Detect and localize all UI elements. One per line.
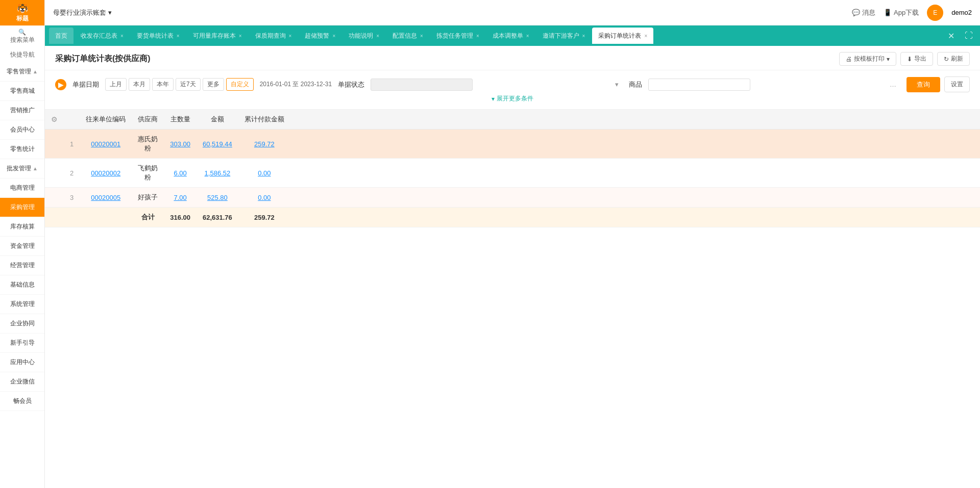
last-7days-btn[interactable]: 近7天 bbox=[176, 78, 201, 91]
expand-more-btn[interactable]: ▾ 展开更多条件 bbox=[492, 94, 533, 103]
tab-close-all-btn[interactable]: ✕ bbox=[945, 30, 958, 42]
sidebar-item-vip[interactable]: 畅会员 bbox=[0, 392, 44, 411]
tab-close-icon[interactable]: × bbox=[526, 33, 529, 39]
last-month-btn[interactable]: 上月 bbox=[105, 78, 127, 91]
date-filter-label: 单据日期 bbox=[72, 80, 99, 89]
sidebar-item-inventory[interactable]: 库存核算 bbox=[0, 217, 44, 237]
sidebar-item-retail-stats[interactable]: 零售统计 bbox=[0, 140, 44, 159]
row-paid: 259.72 bbox=[238, 130, 290, 159]
topbar: 母婴行业演示账套 ▾ 💬 消息 📱 App下载 E demo2 bbox=[45, 0, 980, 25]
tab-label: 收发存汇总表 bbox=[81, 32, 117, 40]
tab-close-icon[interactable]: × bbox=[177, 33, 180, 39]
expand-filter-btn[interactable]: ▶ bbox=[55, 79, 66, 90]
tab-close-icon[interactable]: × bbox=[332, 33, 335, 39]
settings-icon[interactable]: ⚙ bbox=[51, 115, 58, 123]
sidebar-search[interactable]: 🔍 搜索菜单 bbox=[0, 25, 44, 47]
tab-close-icon[interactable]: × bbox=[644, 33, 647, 39]
sidebar-item-label: 批发管理 bbox=[7, 165, 31, 172]
total-paid: 259.72 bbox=[238, 208, 290, 227]
sidebar-nav: 零售管理 ▲零售商城营销推广会员中心零售统计批发管理 ▲电商管理采购管理库存核算… bbox=[0, 62, 44, 411]
table-row[interactable]: 1 00020001 惠氏奶粉 303.00 60,519.44 259.72 bbox=[45, 130, 980, 159]
sidebar-item-retail-sub1[interactable]: 零售商城 bbox=[0, 82, 44, 101]
print-icon: 🖨 bbox=[846, 56, 852, 63]
row-code: 00020002 bbox=[80, 159, 132, 188]
sidebar-item-basic[interactable]: 基础信息 bbox=[0, 275, 44, 295]
sidebar-item-retail[interactable]: 零售管理 ▲ bbox=[0, 62, 44, 82]
row-qty: 7.00 bbox=[164, 188, 197, 208]
tab-home[interactable]: 首页 bbox=[49, 28, 74, 44]
tab-close-icon[interactable]: × bbox=[420, 33, 423, 39]
status-select[interactable] bbox=[371, 79, 473, 91]
tab-function-desc[interactable]: 功能说明× bbox=[342, 28, 385, 44]
tab-receive-summary[interactable]: 收发存汇总表× bbox=[75, 28, 130, 44]
app-icon: 📱 bbox=[884, 9, 892, 16]
tab-close-icon[interactable]: × bbox=[289, 33, 292, 39]
sidebar-item-member[interactable]: 会员中心 bbox=[0, 120, 44, 140]
app-download-btn[interactable]: 📱 App下载 bbox=[884, 8, 919, 17]
goods-input[interactable] bbox=[648, 79, 750, 91]
export-btn[interactable]: ⬇ 导出 bbox=[900, 52, 933, 66]
more-date-btn[interactable]: 更多 bbox=[203, 78, 224, 91]
filter-area: ▶ 单据日期 上月 本月 本年 近7天 更多 自定义 2016-01-01 至 … bbox=[45, 70, 980, 110]
filter-settings-btn[interactable]: 设置 bbox=[944, 76, 970, 92]
tab-pick-task[interactable]: 拣货任务管理× bbox=[430, 28, 485, 44]
sidebar-item-wholesale[interactable]: 批发管理 ▲ bbox=[0, 159, 44, 178]
tab-close-icon[interactable]: × bbox=[239, 33, 242, 39]
tab-shelf-life[interactable]: 保质期查询× bbox=[249, 28, 298, 44]
export-icon: ⬇ bbox=[907, 56, 912, 63]
tab-requisition-summary[interactable]: 要货单统计表× bbox=[131, 28, 186, 44]
table-row[interactable]: 3 00020005 好孩子 7.00 525.80 0.00 bbox=[45, 188, 980, 208]
this-month-btn[interactable]: 本月 bbox=[129, 78, 150, 91]
sidebar-item-purchase[interactable]: 采购管理 bbox=[0, 198, 44, 217]
expand-more-icon: ▾ bbox=[492, 95, 495, 102]
sidebar-item-ecom[interactable]: 电商管理 bbox=[0, 178, 44, 198]
sidebar-quick-nav[interactable]: 快捷导航 bbox=[0, 47, 44, 62]
row-code: 00020001 bbox=[80, 130, 132, 159]
row-amount: 1,586.52 bbox=[197, 159, 238, 188]
sidebar-item-app-center[interactable]: 应用中心 bbox=[0, 353, 44, 372]
this-year-btn[interactable]: 本年 bbox=[152, 78, 174, 91]
tab-purchase-summary[interactable]: 采购订单统计表× bbox=[592, 28, 653, 44]
expand-more-label: 展开更多条件 bbox=[497, 94, 533, 103]
tab-label: 配置信息 bbox=[393, 32, 417, 40]
row-qty: 303.00 bbox=[164, 130, 197, 159]
sidebar-item-marketing[interactable]: 营销推广 bbox=[0, 101, 44, 120]
nav-arrow-icon: ▲ bbox=[31, 69, 38, 74]
table-row[interactable]: 2 00020002 飞鹤奶粉 6.00 1,586.52 0.00 bbox=[45, 159, 980, 188]
tab-config-info[interactable]: 配置信息× bbox=[386, 28, 429, 44]
store-selector[interactable]: 母婴行业演示账套 ▾ bbox=[53, 8, 112, 17]
col-qty: 主数量 bbox=[164, 110, 197, 130]
tab-close-icon[interactable]: × bbox=[582, 33, 585, 39]
tab-close-icon[interactable]: × bbox=[476, 33, 479, 39]
sidebar-item-collab[interactable]: 企业协同 bbox=[0, 314, 44, 333]
user-avatar[interactable]: E bbox=[927, 5, 943, 21]
app-download-label: App下载 bbox=[894, 8, 919, 17]
sidebar-item-label: 零售商城 bbox=[10, 87, 35, 94]
tab-available-stock[interactable]: 可用量库存账本× bbox=[187, 28, 248, 44]
sidebar: 🐯 标题 🔍 搜索菜单 快捷导航 零售管理 ▲零售商城营销推广会员中心零售统计批… bbox=[0, 0, 45, 488]
page-content: 采购订单统计表(按供应商) 🖨 按模板打印 ▾ ⬇ 导出 ↻ 刷新 bbox=[45, 46, 980, 488]
date-range-display: 2016-01-01 至 2023-12-31 bbox=[260, 80, 332, 89]
tab-close-icon[interactable]: × bbox=[120, 33, 124, 39]
goods-more-icon[interactable]: … bbox=[890, 81, 896, 88]
tab-label: 功能说明 bbox=[349, 32, 373, 40]
message-btn[interactable]: 💬 消息 bbox=[852, 8, 875, 17]
sidebar-item-enterprise-wechat[interactable]: 企业微信 bbox=[0, 372, 44, 392]
tab-expand-btn[interactable]: ⛶ bbox=[962, 30, 976, 42]
print-btn[interactable]: 🖨 按模板打印 ▾ bbox=[839, 52, 896, 66]
status-filter-label: 单据状态 bbox=[338, 80, 364, 89]
tab-invite-downstream[interactable]: 邀请下游客户× bbox=[536, 28, 592, 44]
sidebar-item-system[interactable]: 系统管理 bbox=[0, 295, 44, 314]
sidebar-item-label: 企业协同 bbox=[10, 320, 35, 327]
tab-overstock-warning[interactable]: 超储预警× bbox=[299, 28, 341, 44]
custom-date-btn[interactable]: 自定义 bbox=[226, 78, 254, 91]
search-btn[interactable]: 查询 bbox=[906, 77, 940, 92]
sidebar-item-finance[interactable]: 资金管理 bbox=[0, 237, 44, 256]
page-header: 采购订单统计表(按供应商) 🖨 按模板打印 ▾ ⬇ 导出 ↻ 刷新 bbox=[45, 46, 980, 70]
sidebar-item-newbie[interactable]: 新手引导 bbox=[0, 333, 44, 353]
sidebar-item-ops[interactable]: 经营管理 bbox=[0, 256, 44, 275]
refresh-btn[interactable]: ↻ 刷新 bbox=[937, 52, 970, 66]
tab-close-icon[interactable]: × bbox=[376, 33, 379, 39]
tab-cost-adjust[interactable]: 成本调整单× bbox=[486, 28, 535, 44]
total-amount: 62,631.76 bbox=[197, 208, 238, 227]
